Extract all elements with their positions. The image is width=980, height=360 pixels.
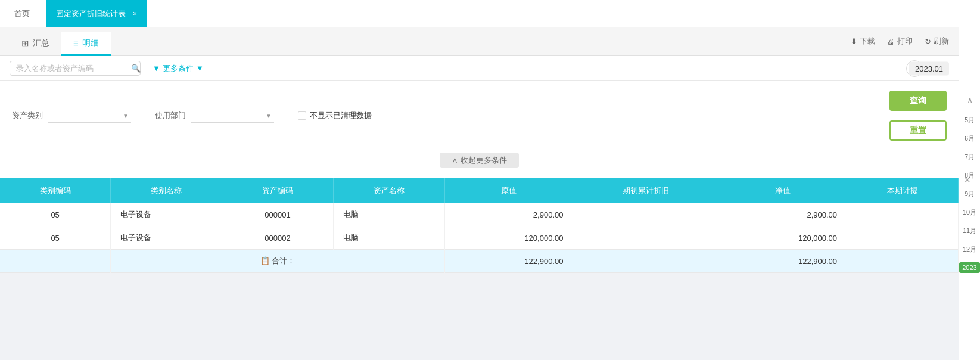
print-label: 打印: [897, 36, 913, 46]
refresh-icon: ↻: [925, 37, 931, 46]
more-conditions-label: 更多条件: [163, 63, 194, 74]
cell-net-value: 120,000.00: [718, 226, 847, 250]
tab-summary-label: 汇总: [33, 38, 49, 49]
table-header-row: 类别编码 类别名称 资产编码 资产名称 原值 期初累计折旧 净值 本期计提: [0, 178, 959, 203]
cell-net-value: 2,900.00: [718, 203, 847, 226]
query-button[interactable]: 查询: [889, 91, 947, 111]
expanded-filter: 资产类别 使用部门 不显示已清理数据: [0, 81, 959, 178]
total-original-value: 122,900.00: [444, 250, 573, 273]
cell-original-value: 2,900.00: [444, 203, 573, 226]
filter-row: 资产类别 使用部门 不显示已清理数据: [12, 91, 947, 141]
more-conditions-chevron: ▼: [196, 64, 204, 73]
cell-asset-name: 电脑: [333, 203, 444, 226]
sidebar-month-6[interactable]: 6月: [962, 131, 977, 147]
total-current-depr: [847, 250, 959, 273]
tab-detail-label: 明细: [82, 38, 99, 49]
cell-asset-code: 000002: [222, 226, 334, 250]
search-icon[interactable]: 🔍: [131, 64, 141, 73]
table-wrap: 类别编码 类别名称 资产编码 资产名称 原值 期初累计折旧 净值 本期计提 05…: [0, 178, 959, 360]
cell-category-name: 电子设备: [111, 226, 222, 250]
tab-close-icon[interactable]: ×: [133, 10, 137, 18]
main-tab[interactable]: 固定资产折旧统计表 ×: [46, 0, 147, 27]
cell-asset-name: 电脑: [333, 226, 444, 250]
sidebar-month-9[interactable]: 9月: [962, 186, 977, 202]
reset-button[interactable]: 重置: [889, 120, 947, 141]
sidebar-month-7[interactable]: 7月: [962, 149, 977, 165]
cell-category-name: 电子设备: [111, 203, 222, 226]
col-asset-name: 资产名称: [333, 178, 444, 203]
date-badge: 2023.01: [909, 61, 949, 75]
hide-cleared-label: 不显示已清理数据: [310, 110, 372, 121]
refresh-button[interactable]: ↻ 刷新: [925, 36, 949, 46]
col-category-code: 类别编码: [0, 178, 111, 203]
asset-category-label: 资产类别: [12, 110, 43, 121]
summary-icon: ⊞: [21, 38, 29, 49]
total-empty-1: [0, 250, 111, 273]
hide-cleared-checkbox[interactable]: [298, 111, 306, 120]
cell-accum-depr: [573, 226, 718, 250]
window-close-button[interactable]: ×: [964, 174, 970, 187]
cell-asset-code: 000001: [222, 203, 334, 226]
tab-label: 固定资产折旧统计表: [56, 8, 126, 19]
sidebar-year-badge: 2023: [959, 262, 979, 273]
total-icon: 📋: [260, 256, 270, 265]
cell-category-code: 05: [0, 203, 111, 226]
sidebar-month-5[interactable]: 5月: [962, 112, 977, 128]
asset-category-select-wrap: [48, 108, 131, 123]
cell-original-value: 120,000.00: [444, 226, 573, 250]
department-label: 使用部门: [155, 110, 186, 121]
table-row: 05 电子设备 000002 电脑 120,000.00 120,000.00: [0, 226, 959, 250]
filter-bar: 🔍 ▼ 更多条件 ▼ › 2023.01: [0, 56, 959, 81]
top-nav: 首页 固定资产折旧统计表 × ×: [0, 0, 959, 27]
sidebar-up-button[interactable]: ∧: [967, 95, 973, 105]
cell-current-depr: [847, 203, 959, 226]
asset-category-select[interactable]: [48, 108, 131, 123]
refresh-label: 刷新: [934, 36, 949, 46]
cell-accum-depr: [573, 203, 718, 226]
total-net-value: 122,900.00: [718, 250, 847, 273]
tab-summary[interactable]: ⊞ 汇总: [10, 32, 61, 56]
col-current-depr: 本期计提: [847, 178, 959, 203]
sidebar-month-10[interactable]: 10月: [960, 204, 979, 221]
detail-icon: ≡: [73, 38, 79, 48]
print-icon: 🖨: [887, 37, 895, 46]
department-filter: 使用部门: [155, 108, 274, 123]
print-button[interactable]: 🖨 打印: [887, 36, 913, 46]
download-button[interactable]: ⬇ 下载: [851, 36, 875, 46]
cell-current-depr: [847, 226, 959, 250]
hide-cleared-checkbox-item[interactable]: 不显示已清理数据: [298, 110, 372, 121]
asset-category-filter: 资产类别: [12, 108, 131, 123]
collapse-more-area: ∧ 收起更多条件: [12, 148, 947, 173]
filter-icon: ▼: [153, 64, 160, 73]
download-label: 下载: [860, 36, 875, 46]
col-accum-depr: 期初累计折旧: [573, 178, 718, 203]
toolbar-right: ⬇ 下载 🖨 打印 ↻ 刷新: [851, 36, 949, 46]
col-category-name: 类别名称: [111, 178, 222, 203]
more-conditions-button[interactable]: ▼ 更多条件 ▼: [153, 63, 204, 74]
total-label: 合计：: [272, 256, 295, 265]
col-asset-code: 资产编码: [222, 178, 334, 203]
col-original-value: 原值: [444, 178, 573, 203]
department-select-wrap: [191, 108, 274, 123]
sidebar-month-12[interactable]: 12月: [960, 241, 979, 257]
total-row: 📋 合计： 122,900.00 122,900.00: [0, 250, 959, 273]
sub-tab-bar: ⊞ 汇总 ≡ 明细 ⬇ 下载 🖨 打印 ↻ 刷新: [0, 27, 959, 56]
filter-buttons: 查询 重置: [889, 91, 947, 141]
cell-category-code: 05: [0, 226, 111, 250]
department-select[interactable]: [191, 108, 274, 123]
home-nav[interactable]: 首页: [10, 8, 35, 19]
col-net-value: 净值: [718, 178, 847, 203]
table-row: 05 电子设备 000001 电脑 2,900.00 2,900.00: [0, 203, 959, 226]
download-icon: ⬇: [851, 37, 857, 46]
data-table: 类别编码 类别名称 资产编码 资产名称 原值 期初累计折旧 净值 本期计提 05…: [0, 178, 959, 273]
total-accum-depr: [573, 250, 718, 273]
collapse-more-button[interactable]: ∧ 收起更多条件: [440, 153, 519, 168]
search-input[interactable]: [10, 61, 141, 76]
tab-detail[interactable]: ≡ 明细: [61, 32, 111, 56]
sidebar-month-11[interactable]: 11月: [960, 223, 979, 239]
total-label-cell: 📋 合计：: [111, 250, 445, 273]
